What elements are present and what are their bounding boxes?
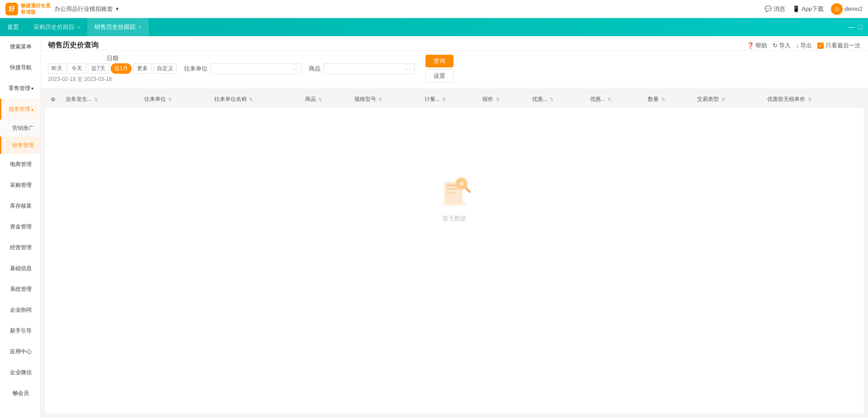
th-biz-date[interactable]: 业务发生... ⇅ <box>61 92 140 107</box>
th-partner-name[interactable]: 往来单位名称 ⇅ <box>210 92 301 107</box>
date-filter-group: 日期 昨天 今天 近7天 近1月 更多 自定义 2023-02-18 至 202… <box>48 54 177 83</box>
th-goods[interactable]: 商品 ⇅ <box>301 92 350 107</box>
goods-input-wrap[interactable]: ··· <box>323 63 415 74</box>
tab-purchase-history[interactable]: 采购历史价跟踪 × <box>26 18 87 36</box>
sidebar-item-sales[interactable]: 销售管理 <box>0 137 40 154</box>
sidebar-item-inventory[interactable]: 库存核算 <box>0 195 40 216</box>
date-buttons: 昨天 今天 近7天 近1月 更多 自定义 <box>48 63 177 74</box>
th-partner-code[interactable]: 往来单位 ⇅ <box>140 92 210 107</box>
th-discount2[interactable]: 优惠... ⇅ <box>585 92 643 107</box>
import-icon: ↻ <box>773 42 778 49</box>
export-btn[interactable]: ↓ 导出 <box>796 42 812 50</box>
page-header: 销售历史价查询 ❓ 帮助 ↻ 导入 ↓ 导出 <box>41 36 868 51</box>
logo-text: 畅捷通好生意 标准版 <box>21 3 51 14</box>
content-area: 销售历史价查询 ❓ 帮助 ↻ 导入 ↓ 导出 <box>41 36 868 418</box>
sidebar-item-ecommerce[interactable]: 电商管理 <box>0 154 40 175</box>
th-settings[interactable]: ⚙ <box>45 92 61 107</box>
partner-dots-icon[interactable]: ··· <box>292 65 297 72</box>
svg-rect-4 <box>446 192 455 194</box>
goods-label: 商品 <box>309 65 321 73</box>
minimize-btn[interactable]: — <box>847 23 854 31</box>
sidebar-sub-wholesale: 营销推广 销售管理 <box>0 119 40 154</box>
workspace-selector[interactable]: 办公用品行业模拟账套 ▾ <box>54 5 119 13</box>
partner-input[interactable] <box>214 66 290 72</box>
maximize-btn[interactable]: □ <box>858 23 863 31</box>
sort-discount1-icon: ⇅ <box>550 97 553 102</box>
sort-qty-icon: ⇅ <box>661 97 665 102</box>
export-icon: ↓ <box>796 42 799 49</box>
svg-point-9 <box>459 181 464 186</box>
tab2-close-icon[interactable]: × <box>138 24 141 30</box>
partner-input-wrap[interactable]: ··· <box>210 63 302 74</box>
import-btn[interactable]: ↻ 导入 <box>773 42 791 50</box>
sidebar-item-quicknav[interactable]: 快捷导航 <box>0 57 40 78</box>
th-discount1[interactable]: 优惠... ⇅ <box>528 92 585 107</box>
tab-home[interactable]: 首页 <box>0 18 26 36</box>
sidebar-item-purchase[interactable]: 采购管理 <box>0 175 40 195</box>
sidebar-item-basic[interactable]: 基础信息 <box>0 258 40 279</box>
sidebar-item-guide[interactable]: 新手引导 <box>0 320 40 341</box>
sort-unit-icon: ⇅ <box>442 97 446 102</box>
table-area: ⚙ 业务发生... ⇅ 往来单位 ⇅ 往来单位名称 ⇅ <box>44 91 864 414</box>
sort-goods-icon: ⇅ <box>318 97 322 102</box>
filter-bar: 日期 昨天 今天 近7天 近1月 更多 自定义 2023-02-18 至 202… <box>41 51 868 88</box>
th-notax-price[interactable]: 优惠前无税单价 ⇅ <box>763 92 864 107</box>
page-title-row: 销售历史价查询 ❓ 帮助 ↻ 导入 ↓ 导出 <box>48 41 861 50</box>
user-name: demo2 <box>844 5 863 12</box>
sidebar-item-wechat[interactable]: 企业微信 <box>0 362 40 383</box>
help-btn[interactable]: ❓ 帮助 <box>747 42 767 50</box>
th-qty[interactable]: 数量 ⇅ <box>643 92 693 107</box>
sidebar-item-member[interactable]: 畅会员 <box>0 383 40 404</box>
message-btn[interactable]: 💬 消息 <box>764 5 785 13</box>
message-label: 消息 <box>774 5 785 13</box>
th-unit[interactable]: 计量... ⇅ <box>420 92 478 107</box>
user-info[interactable]: D demo2 <box>831 3 863 15</box>
avatar: D <box>831 3 843 15</box>
date-btn-more[interactable]: 更多 <box>133 63 151 74</box>
date-btn-1month[interactable]: 近1月 <box>111 63 132 74</box>
only-last-checkbox[interactable]: ✓ 只看最后一次 <box>817 42 861 50</box>
page-title: 销售历史价查询 <box>48 41 99 50</box>
tab-sales-history[interactable]: 销售历史价跟踪 × <box>87 18 148 36</box>
teal-tabbar: 首页 采购历史价跟踪 × 销售历史价跟踪 × — □ <box>0 18 868 36</box>
tab1-label: 采购历史价跟踪 <box>33 23 75 31</box>
app-download-btn[interactable]: 📱 App下载 <box>793 5 824 13</box>
sidebar-item-finance[interactable]: 资金管理 <box>0 216 40 237</box>
date-btn-7days[interactable]: 近7天 <box>88 63 109 74</box>
app-label: App下载 <box>802 5 824 13</box>
search-action-group: 查询 设置 <box>425 55 453 83</box>
sort-biz-date-icon: ⇅ <box>94 97 98 102</box>
th-price[interactable]: 报价 ⇅ <box>478 92 527 107</box>
tab1-close-icon[interactable]: × <box>77 24 80 30</box>
th-spec[interactable]: 规格型号 ⇅ <box>350 92 420 107</box>
sort-price-icon: ⇅ <box>496 97 500 102</box>
sidebar-item-cooperation[interactable]: 企业协同 <box>0 299 40 320</box>
checkbox-icon: ✓ <box>817 43 824 49</box>
help-icon: ❓ <box>747 42 754 49</box>
home-label: 首页 <box>7 23 19 31</box>
goods-dots-icon[interactable]: ··· <box>405 65 410 72</box>
date-btn-custom[interactable]: 自定义 <box>153 63 177 74</box>
sidebar-item-appstore[interactable]: 应用中心 <box>0 341 40 362</box>
topbar-right: 💬 消息 📱 App下载 D demo2 <box>764 3 863 15</box>
th-trade-type[interactable]: 交易类型 ⇅ <box>693 92 763 107</box>
search-button[interactable]: 查询 <box>425 55 453 67</box>
sidebar-item-wholesale[interactable]: 批发管理 ▴ <box>0 99 40 119</box>
date-btn-yesterday[interactable]: 昨天 <box>48 63 66 74</box>
sidebar-item-search[interactable]: 搜索菜单 <box>0 36 40 57</box>
logo-icon: 好 <box>5 3 18 15</box>
dropdown-icon[interactable]: ▾ <box>116 5 119 12</box>
sidebar-item-marketing[interactable]: 营销推广 <box>0 119 40 137</box>
wholesale-arrow-icon: ▴ <box>31 107 33 112</box>
goods-input[interactable] <box>327 66 403 72</box>
retail-arrow-icon: ▾ <box>31 86 33 91</box>
setting-button[interactable]: 设置 <box>425 69 453 83</box>
sidebar-item-operation[interactable]: 经营管理 <box>0 237 40 258</box>
sort-discount2-icon: ⇅ <box>608 97 611 102</box>
sort-notax-price-icon: ⇅ <box>808 97 811 102</box>
page-actions: ❓ 帮助 ↻ 导入 ↓ 导出 ✓ 只看最后一 <box>747 42 861 50</box>
date-btn-today[interactable]: 今天 <box>68 63 86 74</box>
sidebar-item-retail[interactable]: 零售管理 ▾ <box>0 78 40 99</box>
sort-partner-name-icon: ⇅ <box>249 97 253 102</box>
sidebar-item-system[interactable]: 系统管理 <box>0 279 40 299</box>
